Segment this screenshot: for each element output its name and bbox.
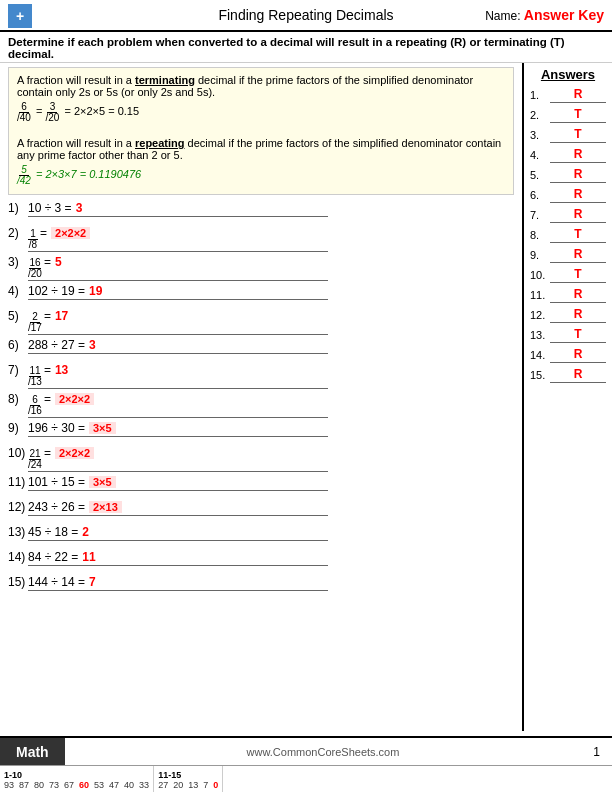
prob-num-2: 2) xyxy=(8,226,28,240)
prob-num-3: 3) xyxy=(8,255,28,269)
answer-row-8: 8. T xyxy=(530,226,606,244)
prob-text-13: 45 ÷ 18 = xyxy=(28,525,78,539)
ans-num-9: 9. xyxy=(530,249,550,261)
ans-val-15: R xyxy=(550,367,606,383)
answer-row-7: 7. R xyxy=(530,206,606,224)
ans-num-14: 14. xyxy=(530,349,550,361)
prob-answer-5: 17 xyxy=(55,309,68,323)
prob-answer-14: 11 xyxy=(82,550,95,564)
answer-row-9: 9. R xyxy=(530,246,606,264)
prob-content-14: 84 ÷ 22 = 11 xyxy=(28,550,328,566)
prob-answer-3: 5 xyxy=(55,255,62,269)
ans-num-1: 1. xyxy=(530,89,550,101)
ans-num-12: 12. xyxy=(530,309,550,321)
answer-row-5: 5. R xyxy=(530,166,606,184)
frac-6-16: 6 /16 xyxy=(28,395,42,416)
prob-content-9: 196 ÷ 30 = 3×5 xyxy=(28,421,328,437)
prob-answer-1: 3 xyxy=(76,201,83,215)
ans-num-10: 10. xyxy=(530,269,550,281)
prob-num-12: 12) xyxy=(8,500,28,514)
answer-row-1: 1. R xyxy=(530,86,606,104)
prob-num-1: 1) xyxy=(8,201,28,215)
problem-8: 8) 6 /16 = 2×2×2 xyxy=(8,392,514,418)
answer-row-10: 10. T xyxy=(530,266,606,284)
main-area: A fraction will result in a terminating … xyxy=(0,63,612,731)
terminating-label: terminating xyxy=(135,74,195,86)
ans-val-8: T xyxy=(550,227,606,243)
problem-13: 13) 45 ÷ 18 = 2 xyxy=(8,525,514,547)
ans-val-14: R xyxy=(550,347,606,363)
footer-url: www.CommonCoreSheets.com xyxy=(65,746,582,758)
prob-answer-7: 13 xyxy=(55,363,68,377)
prob-text-12: 243 ÷ 26 = xyxy=(28,500,85,514)
prob-answer-2: 2×2×2 xyxy=(51,227,90,239)
frac-5-42: 5 /42 xyxy=(17,165,31,186)
problem-3: 3) 16 /20 = 5 xyxy=(8,255,514,281)
frac-16-20: 16 /20 xyxy=(28,258,42,279)
answers-title: Answers xyxy=(530,67,606,82)
prob-num-10: 10) xyxy=(8,446,28,460)
ans-num-6: 6. xyxy=(530,189,550,201)
prob-content-10: 21 /24 = 2×2×2 xyxy=(28,446,328,472)
ans-val-3: T xyxy=(550,127,606,143)
ans-val-12: R xyxy=(550,307,606,323)
prob-answer-13: 2 xyxy=(82,525,89,539)
ans-num-7: 7. xyxy=(530,209,550,221)
ans-num-5: 5. xyxy=(530,169,550,181)
prob-text-14: 84 ÷ 22 = xyxy=(28,550,78,564)
frac-21-24: 21 /24 xyxy=(28,449,42,470)
answer-row-15: 15. R xyxy=(530,366,606,384)
problem-10: 10) 21 /24 = 2×2×2 xyxy=(8,446,514,472)
repeating-example: 5 /42 = 2×3×7 = 0.1190476 xyxy=(17,165,505,186)
problem-5: 5) 2 /17 = 17 xyxy=(8,309,514,335)
stat-col-1: 1-10 93 87 80 73 67 60 53 47 40 33 xyxy=(0,766,154,792)
prob-text-8: = xyxy=(44,392,51,406)
prob-text-11: 101 ÷ 15 = xyxy=(28,475,85,489)
problem-6: 6) 288 ÷ 27 = 3 xyxy=(8,338,514,360)
logo: + xyxy=(8,4,32,28)
ans-val-4: R xyxy=(550,147,606,163)
ans-num-4: 4. xyxy=(530,149,550,161)
answer-row-14: 14. R xyxy=(530,346,606,364)
prob-answer-4: 19 xyxy=(89,284,102,298)
frac-3-20: 3 /20 xyxy=(45,102,59,123)
prob-text-6: 288 ÷ 27 = xyxy=(28,338,85,352)
prob-answer-15: 7 xyxy=(89,575,96,589)
prob-answer-9: 3×5 xyxy=(89,422,116,434)
prob-content-6: 288 ÷ 27 = 3 xyxy=(28,338,328,354)
header: + Finding Repeating Decimals Name: Answe… xyxy=(0,0,612,32)
problem-7: 7) 11 /13 = 13 xyxy=(8,363,514,389)
problem-4: 4) 102 ÷ 19 = 19 xyxy=(8,284,514,306)
ans-num-2: 2. xyxy=(530,109,550,121)
prob-answer-12: 2×13 xyxy=(89,501,122,513)
prob-num-8: 8) xyxy=(8,392,28,406)
page-title: Finding Repeating Decimals xyxy=(218,7,393,23)
ans-num-13: 13. xyxy=(530,329,550,341)
ans-num-15: 15. xyxy=(530,369,550,381)
answer-row-11: 11. R xyxy=(530,286,606,304)
info-box: A fraction will result in a terminating … xyxy=(8,67,514,195)
prob-content-15: 144 ÷ 14 = 7 xyxy=(28,575,328,591)
ans-val-2: T xyxy=(550,107,606,123)
problem-2: 2) 1 /8 = 2×2×2 xyxy=(8,226,514,252)
ans-val-10: T xyxy=(550,267,606,283)
answer-row-2: 2. T xyxy=(530,106,606,124)
footer-page: 1 xyxy=(581,745,612,759)
prob-content-8: 6 /16 = 2×2×2 xyxy=(28,392,328,418)
prob-content-1: 10 ÷ 3 = 3 xyxy=(28,201,328,217)
footer-stats: 1-10 93 87 80 73 67 60 53 47 40 33 11-15… xyxy=(0,766,612,792)
prob-num-13: 13) xyxy=(8,525,28,539)
answer-row-6: 6. R xyxy=(530,186,606,204)
answer-row-3: 3. T xyxy=(530,126,606,144)
prob-answer-6: 3 xyxy=(89,338,96,352)
prob-text-1: 10 ÷ 3 = xyxy=(28,201,72,215)
problem-12: 12) 243 ÷ 26 = 2×13 xyxy=(8,500,514,522)
prob-num-5: 5) xyxy=(8,309,28,323)
problem-14: 14) 84 ÷ 22 = 11 xyxy=(8,550,514,572)
prob-text-7: = xyxy=(44,363,51,377)
prob-text-2: = xyxy=(40,226,47,240)
prob-num-7: 7) xyxy=(8,363,28,377)
prob-content-4: 102 ÷ 19 = 19 xyxy=(28,284,328,300)
terminating-rule: A fraction will result in a terminating … xyxy=(17,74,505,98)
frac-6-40: 6 /40 xyxy=(17,102,31,123)
